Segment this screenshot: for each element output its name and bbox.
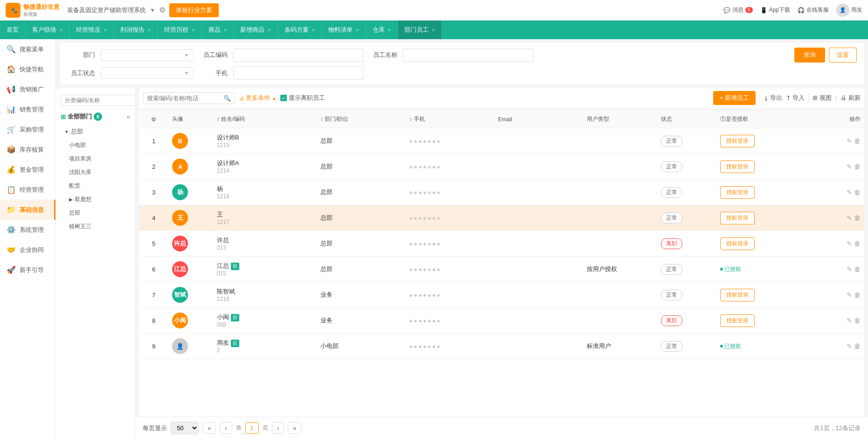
auth-login-button[interactable]: 授权登录 <box>720 186 755 199</box>
auth-login-button[interactable]: 授权登录 <box>720 212 755 224</box>
import-button[interactable]: ⤒ 导入 <box>786 94 805 102</box>
edit-button[interactable]: ✎ <box>847 137 852 145</box>
settings-gear-button[interactable]: ⚙ <box>159 6 166 14</box>
edit-button[interactable]: ✎ <box>847 163 852 170</box>
last-page-button[interactable]: » <box>288 422 301 434</box>
sidebar-item-企业协同[interactable]: 🤝企业协同 <box>0 240 56 260</box>
delete-button[interactable]: 🗑 <box>854 342 861 350</box>
tab-close-icon[interactable]: × <box>192 27 194 33</box>
nav-tab-部门员工[interactable]: 部门员工× <box>398 21 442 39</box>
status-filter-select[interactable]: ▼ <box>101 67 194 79</box>
export-button[interactable]: ⤓ 导出 <box>764 94 782 102</box>
dept-item-shuanglu[interactable]: ▶双鹿想 <box>60 193 135 206</box>
tab-close-icon[interactable]: × <box>148 27 151 33</box>
tab-close-icon[interactable]: × <box>432 27 435 33</box>
col-phone[interactable]: ↕ 手机 <box>405 111 494 128</box>
nav-tab-客户联络[interactable]: 客户联络× <box>26 21 69 39</box>
dept-item-peihuo[interactable]: 配货 <box>60 179 135 193</box>
col-settings[interactable]: ⚙ <box>139 111 168 128</box>
delete-button[interactable]: 🗑 <box>854 240 861 247</box>
sidebar-item-基础信息[interactable]: 📁基础信息 <box>0 200 56 220</box>
col-name[interactable]: ↕ 姓名/编码 <box>213 111 317 128</box>
view-button[interactable]: ⊞ 视图 <box>812 94 832 102</box>
dept-header[interactable]: ⊞ 全部部门 6 « <box>56 109 135 125</box>
current-page[interactable]: 1 <box>245 422 259 434</box>
nav-tab-经营历程[interactable]: 经营历程× <box>158 21 201 39</box>
nav-tab-利润报告[interactable]: 利润报告× <box>114 21 158 39</box>
tab-close-icon[interactable]: × <box>104 27 106 33</box>
sidebar-item-新手引导[interactable]: 🚀新手引导 <box>0 260 56 280</box>
dept-search-input[interactable] <box>61 95 135 106</box>
delete-button[interactable]: 🗑 <box>854 188 861 196</box>
dept-item-project[interactable]: 项目库房 <box>60 152 135 166</box>
delete-button[interactable]: 🗑 <box>854 214 861 222</box>
delete-button[interactable]: 🗑 <box>854 265 861 273</box>
sidebar-item-经营管理[interactable]: 📋经营管理 <box>0 180 56 200</box>
auth-login-button[interactable]: 授权登录 <box>720 160 755 173</box>
tab-close-icon[interactable]: × <box>268 27 271 33</box>
sidebar-item-营销推广[interactable]: 📢营销推广 <box>0 79 56 99</box>
nav-tab-经营情况[interactable]: 经营情况× <box>69 21 113 39</box>
auth-login-button[interactable]: 授权登录 <box>720 289 755 301</box>
delete-button[interactable]: 🗑 <box>854 137 861 145</box>
sidebar-item-快捷导航[interactable]: 🏠快捷导航 <box>0 59 56 79</box>
auth-login-button[interactable]: 授权登录 <box>720 314 755 327</box>
edit-button[interactable]: ✎ <box>847 188 852 196</box>
set-button[interactable]: 设置 <box>829 48 857 63</box>
edit-button[interactable]: ✎ <box>847 291 852 299</box>
edit-button[interactable]: ✎ <box>847 317 852 324</box>
phone-filter-input[interactable] <box>233 66 364 80</box>
message-btn[interactable]: 💬 消息 5 <box>723 6 753 14</box>
prev-page-button[interactable]: ‹ <box>220 422 232 434</box>
col-dept[interactable]: ↕ 部门/职位 <box>317 111 405 128</box>
search-input[interactable] <box>147 95 222 102</box>
support-btn[interactable]: 🎧 在线客服 <box>798 6 829 14</box>
tab-close-icon[interactable]: × <box>224 27 227 33</box>
trial-btn[interactable]: 体验行业方案 <box>169 3 219 17</box>
auth-login-button[interactable]: 授权登录 <box>720 237 755 250</box>
app-download-btn[interactable]: 📱 App下载 <box>760 6 790 14</box>
sidebar-item-库存核算[interactable]: 📦库存核算 <box>0 139 56 160</box>
delete-button[interactable]: 🗑 <box>854 317 861 324</box>
nav-tab-仓库[interactable]: 仓库× <box>366 21 398 39</box>
user-profile-btn[interactable]: 👤 用友 <box>836 4 862 17</box>
emp-name-filter-input[interactable] <box>403 49 534 62</box>
add-employee-button[interactable]: + 新增员工 <box>713 91 756 105</box>
sidebar-item-搜索菜单[interactable]: 🔍搜索菜单 <box>0 39 56 59</box>
next-page-button[interactable]: › <box>272 422 284 434</box>
dept-filter-select[interactable]: ▼ <box>101 49 194 61</box>
nav-tab-首页[interactable]: 首页 <box>0 21 26 39</box>
edit-button[interactable]: ✎ <box>847 342 852 350</box>
tab-close-icon[interactable]: × <box>312 27 315 33</box>
tab-close-icon[interactable]: × <box>388 27 391 33</box>
first-page-button[interactable]: « <box>202 422 216 434</box>
edit-button[interactable]: ✎ <box>847 265 852 273</box>
sidebar-item-采购管理[interactable]: 🛒采购管理 <box>0 119 56 139</box>
print-button[interactable]: 🖨 刷新 <box>840 94 861 102</box>
delete-button[interactable]: 🗑 <box>854 163 861 170</box>
query-button[interactable]: 查询 <box>794 48 825 63</box>
sidebar-item-系统管理[interactable]: ⚙️系统管理 <box>0 220 56 240</box>
sidebar-item-销售管理[interactable]: 📊销售管理 <box>0 99 56 119</box>
nav-tab-物料清单[interactable]: 物料清单× <box>322 21 366 39</box>
dept-item-shenyang[interactable]: 沈阳大库 <box>60 166 135 179</box>
edit-button[interactable]: ✎ <box>847 214 852 222</box>
sidebar-item-资金管理[interactable]: 💰资金管理 <box>0 160 56 180</box>
auth-login-button[interactable]: 授权登录 <box>720 135 755 147</box>
dept-item-zongbu[interactable]: 总部 <box>60 206 135 220</box>
dept-item-xiaodian[interactable]: 小电部 <box>60 139 135 152</box>
show-resigned-toggle[interactable]: ✓ 显示离职员工 <box>280 94 325 102</box>
more-filter-btn[interactable]: ⊿ 更多条件 ▲ <box>239 94 277 102</box>
dept-group-header-general[interactable]: ▼ 总部 <box>60 125 135 139</box>
nav-tab-新增商品[interactable]: 新增商品× <box>234 21 278 39</box>
edit-button[interactable]: ✎ <box>847 240 852 247</box>
emp-code-filter-input[interactable] <box>233 49 364 62</box>
dept-item-zhishu[interactable]: 植树王三 <box>60 220 135 233</box>
nav-tab-商品[interactable]: 商品× <box>202 21 234 39</box>
per-page-select[interactable]: 50 10 20 100 <box>171 422 199 434</box>
tab-close-icon[interactable]: × <box>356 27 359 33</box>
tab-close-icon[interactable]: × <box>60 27 62 33</box>
dept-collapse-button[interactable]: « <box>126 113 130 120</box>
nav-tab-条码方案[interactable]: 条码方案× <box>278 21 322 39</box>
dropdown-arrow-icon[interactable]: ▼ <box>150 7 155 14</box>
